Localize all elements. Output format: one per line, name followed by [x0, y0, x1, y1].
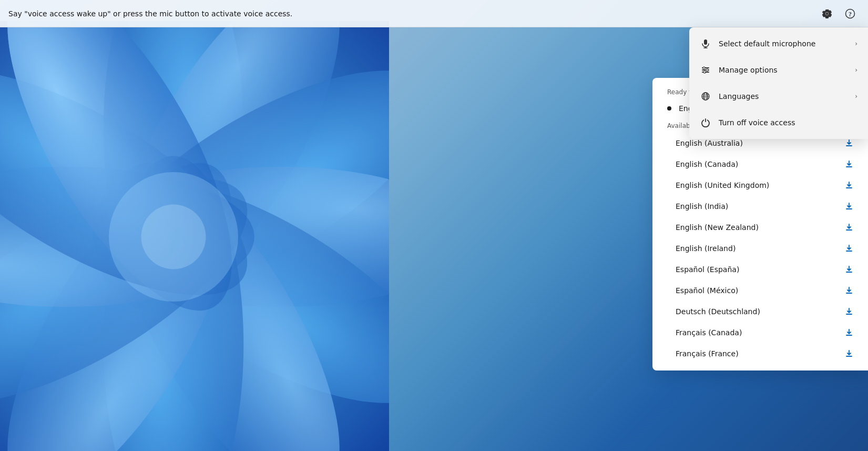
languages-icon	[700, 91, 711, 102]
download-icon	[845, 307, 853, 316]
lang-download-item-label: Français (Canada)	[676, 328, 845, 337]
lang-download-item-label: English (Canada)	[676, 160, 845, 168]
bloom-wallpaper	[0, 21, 389, 451]
download-icon	[845, 349, 853, 358]
lang-download-item-label: Español (México)	[676, 286, 845, 295]
svg-point-25	[706, 69, 708, 71]
download-icon	[845, 265, 853, 274]
download-icon	[845, 181, 853, 189]
settings-icon	[822, 8, 832, 19]
svg-point-24	[703, 67, 705, 69]
download-icon	[845, 139, 853, 147]
menu-item-select-microphone[interactable]: Select default microphone›	[689, 31, 868, 57]
lang-download-item-label: English (India)	[676, 202, 845, 211]
lang-download-item[interactable]: Français (Canada)	[652, 322, 868, 343]
download-items-list: English (Australia) English (Canada) Eng…	[652, 133, 868, 364]
download-icon	[845, 328, 853, 337]
download-icon	[845, 286, 853, 295]
lang-download-item-label: English (Australia)	[676, 139, 845, 147]
turn-off-icon	[700, 117, 711, 128]
select-microphone-icon	[700, 38, 711, 49]
menu-item-manage-options-chevron: ›	[855, 66, 857, 74]
download-icon	[845, 244, 853, 253]
menu-item-turn-off-label: Turn off voice access	[719, 118, 857, 127]
help-button[interactable]: ?	[841, 4, 860, 23]
lang-download-item-label: English (Ireland)	[676, 244, 845, 253]
topbar: Say "voice access wake up" or press the …	[0, 0, 868, 27]
download-icon	[845, 160, 853, 168]
lang-download-item-label: English (United Kingdom)	[676, 181, 845, 189]
topbar-icons: ?	[818, 4, 860, 23]
lang-download-item[interactable]: Deutsch (Deutschland)	[652, 301, 868, 322]
menu-item-manage-options-label: Manage options	[719, 66, 847, 74]
menu-item-manage-options[interactable]: Manage options›	[689, 57, 868, 83]
lang-download-item-label: Deutsch (Deutschland)	[676, 307, 845, 316]
lang-download-item[interactable]: Español (México)	[652, 280, 868, 301]
svg-text:?: ?	[849, 11, 852, 18]
manage-options-icon	[700, 64, 711, 76]
lang-download-item[interactable]: Español (España)	[652, 259, 868, 280]
svg-point-26	[703, 71, 706, 73]
topbar-hint: Say "voice access wake up" or press the …	[8, 9, 818, 18]
menu-items-list: Select default microphone› Manage option…	[689, 31, 868, 136]
dropdown-menu: Select default microphone› Manage option…	[689, 27, 868, 139]
svg-point-15	[141, 205, 206, 269]
lang-download-item[interactable]: Français (France)	[652, 343, 868, 364]
download-icon	[845, 202, 853, 211]
menu-item-select-microphone-label: Select default microphone	[719, 39, 847, 48]
menu-item-languages-label: Languages	[719, 92, 847, 101]
lang-download-item[interactable]: English (New Zealand)	[652, 217, 868, 238]
download-icon	[845, 223, 853, 232]
svg-rect-18	[704, 39, 707, 45]
menu-item-languages[interactable]: Languages›	[689, 83, 868, 109]
menu-item-select-microphone-chevron: ›	[855, 40, 857, 47]
lang-download-item[interactable]: English (Canada)	[652, 154, 868, 175]
lang-download-item[interactable]: English (India)	[652, 196, 868, 217]
help-icon: ?	[845, 8, 855, 19]
settings-button[interactable]	[818, 4, 836, 23]
lang-download-item-label: Español (España)	[676, 265, 845, 274]
menu-item-turn-off[interactable]: Turn off voice access	[689, 109, 868, 136]
menu-item-languages-chevron: ›	[855, 93, 857, 100]
lang-download-item[interactable]: English (United Kingdom)	[652, 175, 868, 196]
lang-download-item-label: English (New Zealand)	[676, 223, 845, 232]
ready-bullet	[667, 106, 671, 111]
lang-download-item-label: Français (France)	[676, 349, 845, 358]
lang-download-item[interactable]: English (Ireland)	[652, 238, 868, 259]
